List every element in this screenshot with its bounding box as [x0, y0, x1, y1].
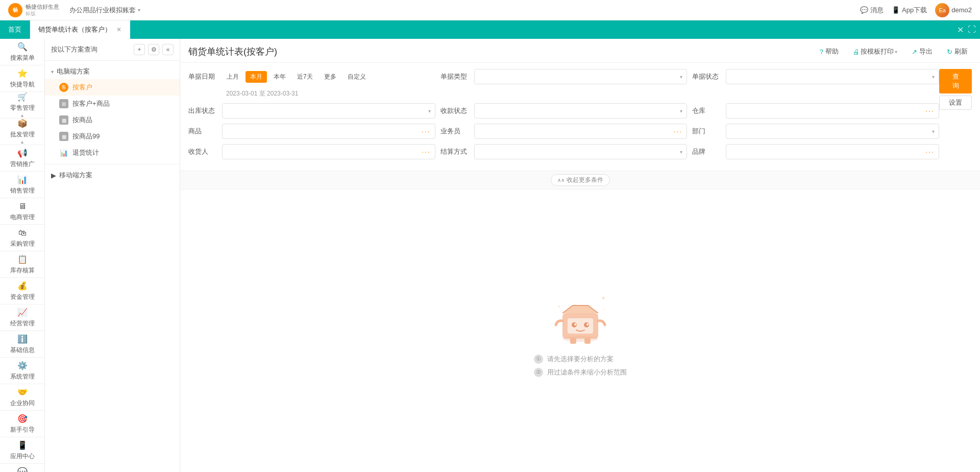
custom-date-btn[interactable]: 自定义	[343, 71, 371, 83]
filter-data-panel: 销货单统计表(按客户) ? 帮助 🖨 按模板打印 ▾ ↗ 导出	[180, 39, 980, 472]
svg-point-6	[586, 323, 589, 325]
finance-icon: 💰	[17, 280, 28, 292]
top-header: 畅 畅捷信好生意 标版 办公用品行业模拟账套 ▾ 💬 消息 📱 App下载 Ea…	[0, 0, 980, 20]
operations-icon: 📈	[17, 307, 28, 318]
doc-status-arrow-icon: ▾	[932, 74, 935, 80]
app-center-icon: 📱	[17, 440, 28, 451]
sidebar-item-app-center[interactable]: 📱 应用中心	[0, 437, 44, 464]
date-filter-label: 单据日期	[188, 72, 219, 81]
sidebar-item-basics[interactable]: ℹ️ 基础信息	[0, 331, 44, 358]
header-left: 畅 畅捷信好生意 标版 办公用品行业模拟账套 ▾	[8, 3, 140, 17]
filter-area: 单据日期 上月 本月 本年 近7天 更多 自定义 单据类型	[180, 63, 980, 171]
sidebar-item-system[interactable]: ⚙️ 系统管理	[0, 358, 44, 384]
sidebar-item-sales[interactable]: 📊 销售管理	[0, 172, 44, 198]
out-status-filter-cell: 出库状态 ▾	[188, 103, 435, 119]
filter-row-3: 商品 ··· 业务员 ··· 部门	[188, 124, 939, 139]
export-button[interactable]: ↗ 导出	[908, 45, 937, 58]
scheme-item-return-stats[interactable]: 📊 退货统计	[45, 145, 180, 161]
sidebar-item-enterprise[interactable]: 🤝 企业协同	[0, 384, 44, 411]
tab-home[interactable]: 首页	[0, 20, 30, 39]
scheme-settings-btn[interactable]: ⚙	[148, 44, 159, 55]
salesperson-filter-cell: 业务员 ···	[440, 124, 688, 139]
scheme-item-by-product[interactable]: ▦ 按商品	[45, 112, 180, 128]
sidebar-item-search-menu[interactable]: 🔍 搜索菜单	[0, 39, 44, 65]
sidebar-item-wholesale[interactable]: 📦 批发管理 ▲	[0, 119, 44, 145]
doc-type-select[interactable]: ▾	[474, 69, 688, 84]
sidebar-item-label: 采购管理	[10, 240, 35, 248]
help-button[interactable]: ? 帮助	[816, 45, 843, 58]
sidebar-item-marketing[interactable]: 📢 营销推广	[0, 145, 44, 172]
more-date-btn[interactable]: 更多	[320, 71, 341, 83]
settlement-select[interactable]: ▾	[474, 144, 688, 159]
sidebar-item-label: 应用中心	[10, 452, 35, 461]
help-icon: ?	[820, 48, 823, 56]
desktop-section-header[interactable]: ▾ 电脑端方案	[45, 64, 180, 79]
inventory-icon: 📋	[17, 254, 28, 265]
doc-status-label: 单据状态	[692, 72, 723, 81]
by-product-icon: ▦	[59, 115, 68, 125]
logo-icon: 畅	[8, 3, 22, 17]
doc-status-select[interactable]: ▾	[726, 69, 939, 84]
sidebar-item-label: 资金管理	[10, 293, 35, 301]
scheme-item-by-customer[interactable]: 客 按客户	[45, 79, 180, 96]
download-icon: 📱	[892, 6, 900, 14]
user-menu-button[interactable]: Ea demo2	[935, 3, 972, 17]
settlement-label: 结算方式	[440, 147, 471, 156]
svg-text:✦: ✦	[557, 304, 561, 309]
settings-button[interactable]: 设置	[939, 96, 972, 110]
sidebar-item-quick-nav[interactable]: ⭐ 快捷导航	[0, 65, 44, 92]
recipient-select[interactable]: ···	[222, 144, 435, 159]
mobile-section-header[interactable]: ▶ 移动端方案	[45, 168, 180, 183]
tab-close-action[interactable]: ✕	[957, 25, 964, 35]
sidebar-item-enterprise-wechat[interactable]: 💬 企业微信	[0, 464, 44, 472]
last-7-days-btn[interactable]: 近7天	[292, 71, 317, 83]
app-download-button[interactable]: 📱 App下载	[892, 6, 927, 15]
this-month-btn[interactable]: 本月	[246, 71, 267, 83]
sidebar-item-label: 批发管理	[10, 130, 35, 139]
collapse-button[interactable]: ∧∧ 收起更多条件	[551, 174, 610, 186]
marketing-icon: 📢	[17, 148, 28, 159]
brand-select[interactable]: ···	[726, 144, 939, 159]
payment-status-label: 收款状态	[440, 106, 471, 115]
tab-expand-action[interactable]: ⛶	[968, 25, 976, 34]
warehouse-select[interactable]: ···	[726, 103, 939, 119]
empty-state-illustration: ✦ ✦ ✦	[550, 285, 611, 346]
refresh-button[interactable]: ↻ 刷新	[943, 45, 972, 58]
last-month-btn[interactable]: 上月	[222, 71, 243, 83]
svg-text:✦: ✦	[603, 308, 606, 311]
tab-close-icon[interactable]: ✕	[116, 26, 121, 33]
template-print-arrow-icon[interactable]: ▾	[895, 49, 897, 55]
breadcrumb-arrow-icon[interactable]: ▾	[138, 7, 140, 13]
salesperson-select[interactable]: ···	[474, 124, 688, 139]
product-filter-cell: 商品 ···	[188, 124, 435, 139]
sidebar-item-label: 库存核算	[10, 266, 35, 275]
department-select[interactable]: ▾	[726, 124, 939, 139]
scheme-collapse-btn[interactable]: «	[162, 44, 174, 55]
tab-sales-stat[interactable]: 销货单统计表（按客户） ✕	[30, 20, 130, 39]
scheme-item-by-product-99[interactable]: ▦ 按商品99	[45, 128, 180, 145]
product-select[interactable]: ···	[222, 124, 435, 139]
sidebar-item-finance[interactable]: 💰 资金管理	[0, 278, 44, 304]
template-print-button[interactable]: 🖨 按模板打印 ▾	[849, 45, 901, 58]
sidebar-item-inventory[interactable]: 📋 库存核算	[0, 251, 44, 278]
scheme-add-btn[interactable]: +	[134, 44, 145, 55]
sidebar-item-operations[interactable]: 📈 经营管理	[0, 304, 44, 331]
this-year-btn[interactable]: 本年	[269, 71, 290, 83]
sidebar-item-label: 新手引导	[10, 426, 35, 434]
sidebar-item-guide[interactable]: 🎯 新手引导	[0, 411, 44, 437]
sidebar-item-retail[interactable]: 🛒 零售管理 ▲	[0, 92, 44, 119]
out-status-select[interactable]: ▾	[222, 103, 435, 119]
page-title-bar: 销货单统计表(按客户) ? 帮助 🖨 按模板打印 ▾ ↗ 导出	[180, 39, 980, 63]
main-area: 🔍 搜索菜单 ⭐ 快捷导航 🛒 零售管理 ▲ 📦 批发管理 ▲ 📢 营销推广 📊…	[0, 39, 980, 472]
sidebar-item-ecommerce[interactable]: 🖥 电商管理	[0, 198, 44, 225]
payment-status-select[interactable]: ▾	[474, 103, 688, 119]
scheme-item-by-customer-product[interactable]: ⊞ 按客户+商品	[45, 96, 180, 112]
query-button[interactable]: 查询	[939, 69, 972, 93]
logo-text: 畅捷信好生意 标版	[26, 3, 59, 17]
date-shortcuts: 上月 本月 本年 近7天 更多 自定义	[222, 71, 371, 83]
sidebar-item-purchase[interactable]: 🛍 采购管理	[0, 225, 44, 251]
message-button[interactable]: 💬 消息	[860, 6, 884, 15]
avatar: Ea	[935, 3, 949, 17]
scheme-header: 按以下方案查询 + ⚙ «	[45, 39, 180, 61]
collapse-up-icon: ∧∧	[557, 177, 565, 183]
